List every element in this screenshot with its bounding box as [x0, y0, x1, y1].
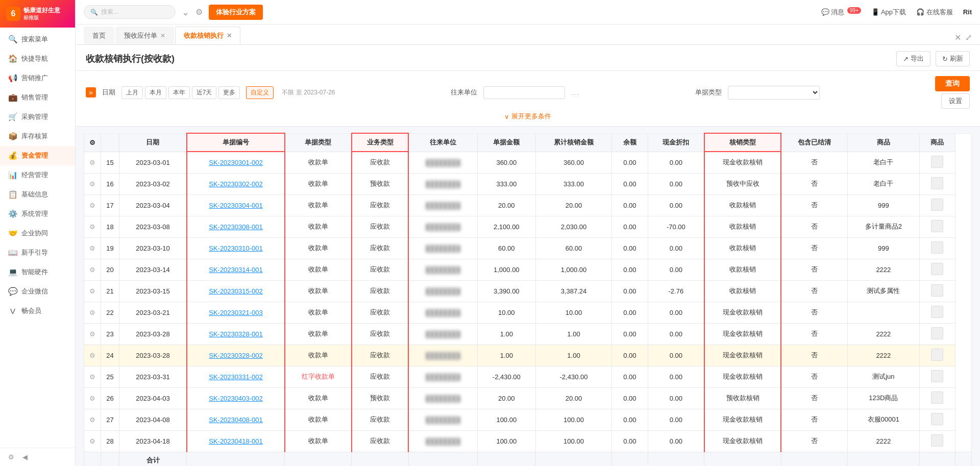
- query-button[interactable]: 查询: [935, 76, 970, 91]
- voucher-link-27[interactable]: SK-20230408-001: [209, 416, 263, 424]
- row-gear-icon[interactable]: ⚙: [89, 395, 95, 402]
- message-link[interactable]: 💬 消息 99+: [821, 8, 861, 17]
- tab-collection[interactable]: 收款核销执行✕: [175, 27, 240, 44]
- row-gear-icon[interactable]: ⚙: [89, 223, 95, 231]
- expand-tab-icon[interactable]: ⤢: [965, 33, 972, 42]
- row-gear-icon[interactable]: ⚙: [89, 309, 95, 316]
- voucher-link-19[interactable]: SK-20230310-001: [209, 244, 263, 252]
- date-btn-更多[interactable]: 更多: [218, 86, 240, 99]
- sidebar-item-vip[interactable]: V畅会员: [0, 301, 75, 321]
- row-voucher-no-20[interactable]: SK-20230314-001: [187, 259, 285, 280]
- custom-date-button[interactable]: 自定义: [246, 86, 274, 99]
- filter-expand-toggle[interactable]: »: [86, 87, 96, 97]
- partner-input[interactable]: [483, 86, 565, 99]
- close-tab-icon[interactable]: ✕: [954, 33, 961, 42]
- solution-button[interactable]: 体验行业方案: [209, 5, 263, 20]
- row-gear-icon[interactable]: ⚙: [89, 266, 95, 274]
- voucher-link-17[interactable]: SK-20230304-001: [209, 202, 263, 209]
- sidebar-item-purchase[interactable]: 🛒采购管理: [0, 107, 75, 127]
- search-bar[interactable]: 🔍 搜索...: [84, 5, 176, 19]
- online-service-link[interactable]: 🎧 在线客服: [916, 8, 953, 17]
- sidebar-item-inventory[interactable]: 📦库存核算: [0, 127, 75, 146]
- row-gear-icon[interactable]: ⚙: [89, 180, 95, 188]
- row-voucher-no-24[interactable]: SK-20230328-002: [187, 345, 285, 366]
- row-gear-icon[interactable]: ⚙: [89, 159, 95, 166]
- row-voucher-no-25[interactable]: SK-20230331-002: [187, 366, 285, 387]
- row-settings-21[interactable]: ⚙: [84, 280, 101, 302]
- row-voucher-no-22[interactable]: SK-20230321-003: [187, 302, 285, 323]
- date-btn-本月[interactable]: 本月: [145, 86, 166, 99]
- row-voucher-no-15[interactable]: SK-20230301-002: [187, 152, 285, 173]
- export-button[interactable]: ↗ 导出: [896, 51, 930, 66]
- sidebar-item-collab[interactable]: 🤝企业协同: [0, 224, 75, 243]
- app-download-link[interactable]: 📱 App下载: [871, 8, 906, 17]
- collapse-icon[interactable]: ◀: [22, 453, 28, 461]
- row-settings-15[interactable]: ⚙: [84, 152, 101, 173]
- date-btn-近7天[interactable]: 近7天: [192, 86, 217, 99]
- voucher-link-21[interactable]: SK-20230315-002: [209, 287, 263, 295]
- row-voucher-no-23[interactable]: SK-20230328-001: [187, 323, 285, 345]
- setting-button[interactable]: 设置: [941, 93, 970, 109]
- row-settings-22[interactable]: ⚙: [84, 302, 101, 323]
- row-settings-24[interactable]: ⚙: [84, 345, 101, 366]
- tab-close-collection[interactable]: ✕: [227, 32, 232, 39]
- row-gear-icon[interactable]: ⚙: [89, 416, 95, 424]
- row-voucher-no-21[interactable]: SK-20230315-002: [187, 280, 285, 302]
- sidebar-item-guide[interactable]: 📖新手引导: [0, 243, 75, 262]
- voucher-link-23[interactable]: SK-20230328-001: [209, 330, 263, 338]
- sidebar-item-system[interactable]: ⚙️系统管理: [0, 204, 75, 224]
- row-voucher-no-26[interactable]: SK-20230403-002: [187, 387, 285, 409]
- row-voucher-no-28[interactable]: SK-20230418-001: [187, 430, 285, 452]
- sidebar-item-basic[interactable]: 📋基础信息: [0, 185, 75, 204]
- row-settings-19[interactable]: ⚙: [84, 237, 101, 259]
- sidebar-item-hardware[interactable]: 💻智能硬件: [0, 262, 75, 282]
- dropdown-arrow[interactable]: ⌄: [182, 7, 189, 18]
- tab-close-prepay[interactable]: ✕: [160, 32, 165, 39]
- voucher-type-select[interactable]: [728, 86, 820, 100]
- sidebar-item-search[interactable]: 🔍搜索菜单: [0, 30, 75, 49]
- tab-home[interactable]: 首页: [84, 27, 114, 44]
- voucher-link-16[interactable]: SK-20230302-002: [209, 180, 263, 188]
- row-gear-icon[interactable]: ⚙: [89, 202, 95, 209]
- voucher-link-26[interactable]: SK-20230403-002: [209, 395, 263, 402]
- table-scroll[interactable]: ⚙日期单据编号单据类型业务类型往来单位单据金额累计核销金额余额现金折扣核销类型包…: [84, 133, 972, 466]
- gear-icon[interactable]: ⚙: [195, 7, 203, 17]
- sidebar-item-finance[interactable]: 💰资金管理: [0, 146, 75, 165]
- row-voucher-no-16[interactable]: SK-20230302-002: [187, 173, 285, 194]
- row-settings-25[interactable]: ⚙: [84, 366, 101, 387]
- row-gear-icon[interactable]: ⚙: [89, 352, 95, 359]
- row-settings-17[interactable]: ⚙: [84, 194, 101, 216]
- row-gear-icon[interactable]: ⚙: [89, 373, 95, 381]
- row-gear-icon[interactable]: ⚙: [89, 437, 95, 445]
- row-settings-28[interactable]: ⚙: [84, 430, 101, 452]
- tab-prepay[interactable]: 预收应付单✕: [115, 27, 174, 44]
- row-voucher-no-18[interactable]: SK-20230308-001: [187, 216, 285, 237]
- row-settings-23[interactable]: ⚙: [84, 323, 101, 345]
- date-btn-上月[interactable]: 上月: [121, 86, 143, 99]
- expand-icon[interactable]: »: [86, 87, 96, 97]
- voucher-link-22[interactable]: SK-20230321-003: [209, 309, 263, 316]
- row-voucher-no-17[interactable]: SK-20230304-001: [187, 194, 285, 216]
- sidebar-item-sales[interactable]: 💼销售管理: [0, 88, 75, 107]
- row-settings-16[interactable]: ⚙: [84, 173, 101, 194]
- expand-more-button[interactable]: ∨ 展开更多条件: [504, 112, 551, 121]
- row-voucher-no-19[interactable]: SK-20230310-001: [187, 237, 285, 259]
- row-settings-27[interactable]: ⚙: [84, 409, 101, 430]
- row-gear-icon[interactable]: ⚙: [89, 330, 95, 338]
- refresh-button[interactable]: ↻ 刷新: [936, 51, 970, 66]
- sidebar-item-operations[interactable]: 📊经营管理: [0, 165, 75, 185]
- voucher-link-24[interactable]: SK-20230328-002: [209, 352, 263, 359]
- row-gear-icon[interactable]: ⚙: [89, 244, 95, 252]
- voucher-link-25[interactable]: SK-20230331-002: [209, 373, 263, 381]
- sidebar-item-wechat[interactable]: 💬企业微信: [0, 282, 75, 301]
- sidebar-item-shortcut[interactable]: 🏠快捷导航: [0, 49, 75, 68]
- sidebar-item-marketing[interactable]: 📢营销推广: [0, 68, 75, 88]
- voucher-link-18[interactable]: SK-20230308-001: [209, 223, 263, 231]
- row-settings-20[interactable]: ⚙: [84, 259, 101, 280]
- date-btn-本年[interactable]: 本年: [168, 86, 190, 99]
- voucher-link-20[interactable]: SK-20230314-001: [209, 266, 263, 274]
- voucher-link-28[interactable]: SK-20230418-001: [209, 437, 263, 445]
- row-settings-18[interactable]: ⚙: [84, 216, 101, 237]
- row-settings-26[interactable]: ⚙: [84, 387, 101, 409]
- row-voucher-no-27[interactable]: SK-20230408-001: [187, 409, 285, 430]
